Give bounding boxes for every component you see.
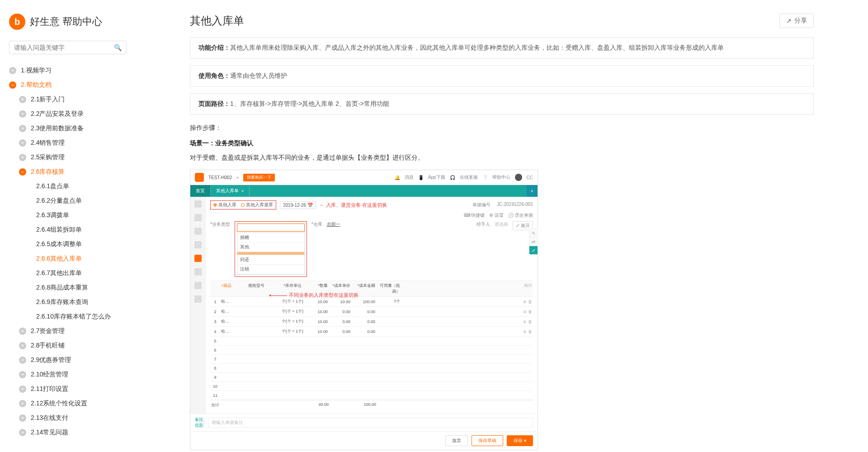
search-box[interactable]: 🔍 <box>9 41 127 54</box>
nav-item[interactable]: +2.10经营管理 <box>9 367 127 382</box>
logo: b 好生意 帮助中心 <box>9 14 127 30</box>
sidebar: b 好生意 帮助中心 🔍 +1.视频学习 −2.帮助文档 +2.1新手入门 +2… <box>0 0 136 452</box>
menu-icon-active <box>194 255 202 262</box>
headset-icon: 🎧 <box>450 175 455 180</box>
dd-option: 注销 <box>237 265 304 274</box>
scene1-para: 对于受赠、盘盈或是拆装入库等不同的业务，是通过单据头【业务类型】进行区分。 <box>190 152 814 163</box>
tab-current: 其他入库单× <box>211 185 250 197</box>
share-button[interactable]: ↗ 分享 <box>779 14 814 28</box>
data-table: +商品 规格型号 *库存单位 *数量 *成本单价 *成本金额 可用量（批调） 操… <box>210 281 533 410</box>
dropdown-input <box>237 224 305 232</box>
bell-icon: 🔔 <box>395 175 400 180</box>
table-row: 3哈…个(个 + 1个)10.000.000.00⊕ 🗑 <box>210 317 533 327</box>
nav-item[interactable]: +2.14常见问题 <box>9 425 127 440</box>
nav-item[interactable]: +2.8手机旺铺 <box>9 338 127 353</box>
tool-icon: ✎ <box>529 228 538 238</box>
plus-icon: + <box>19 154 26 161</box>
nav-item[interactable]: +2.13在线支付 <box>9 411 127 425</box>
draft-button: 保存草稿 <box>472 435 503 446</box>
minus-icon: − <box>19 168 26 176</box>
page-title: 其他入库单 <box>190 14 244 28</box>
search-input[interactable] <box>14 44 114 51</box>
dd-option: 捐赠 <box>237 233 304 243</box>
person-value: 请选择 <box>495 221 508 228</box>
plus-icon: + <box>9 67 16 74</box>
nav-item[interactable]: +2.11打印设置 <box>9 382 127 396</box>
minus-icon: − <box>9 81 16 89</box>
main-content: 其他入库单 ↗ 分享 功能介绍：其他入库单用来处理除采购入库、产成品入库之外的其… <box>136 0 841 452</box>
table-row: 4哈…个(个 + 1个)10.000.000.00⊕ 🗑 <box>210 327 533 337</box>
help-icon: ❔ <box>482 175 488 180</box>
menu-icon <box>194 282 202 289</box>
nav-item[interactable]: +1.视频学习 <box>9 63 127 78</box>
nav-item[interactable]: 2.6.1盘点单 <box>9 179 127 194</box>
nav-item[interactable]: 2.6.9库存账本查询 <box>9 295 127 309</box>
annotation-2: 不同业务的入库类型在这里切换 <box>269 292 359 299</box>
nav-item[interactable]: 2.6.8商品成本重算 <box>9 281 127 295</box>
info-box-role: 使用角色：通常由仓管人员维护 <box>190 65 814 87</box>
nav-item[interactable]: 2.6.5成本调整单 <box>9 237 127 252</box>
nav-item[interactable]: −2.帮助文档 <box>9 78 127 92</box>
nav-item[interactable]: +2.7资金管理 <box>9 324 127 338</box>
menu-icon <box>194 200 202 208</box>
plus-icon: + <box>19 400 26 407</box>
nav-item[interactable]: +2.9优惠券管理 <box>9 353 127 367</box>
close-all-icon: × <box>527 185 538 197</box>
search-icon[interactable]: 🔍 <box>114 44 122 51</box>
nav-item[interactable]: +2.4销售管理 <box>9 136 127 150</box>
nav-item[interactable]: 2.6.2分量盘点单 <box>9 194 127 208</box>
remark-input: 请输入单据备注 <box>208 418 533 428</box>
app-logo-icon <box>195 173 204 182</box>
save-button: 保存 ▾ <box>507 435 533 446</box>
info-box-path: 页面路径：1、库存核算->库存管理->其他入库单 2、首页->常用功能 <box>190 93 814 115</box>
date-field: 2019-12-26 📅 <box>280 201 316 209</box>
tenant-label: TEST-H002 <box>208 175 232 180</box>
nav-item[interactable]: +2.5采购管理 <box>9 150 127 165</box>
plus-icon: + <box>19 385 26 393</box>
dd-option-selected <box>237 252 304 255</box>
top-toolbar: 🔔消息 📱App下载 🎧在线客服 ❔帮助中心 CC <box>395 174 533 181</box>
person-label: 经手人 <box>476 221 490 228</box>
nav-item[interactable]: +2.2产品安装及登录 <box>9 107 127 121</box>
nav-item-current[interactable]: 2.6.6其他入库单 <box>9 252 127 266</box>
plus-icon: + <box>19 429 26 436</box>
menu-icon <box>194 268 202 276</box>
warehouse-value: 总部一 <box>327 221 340 228</box>
chevron-down-icon: ▾ <box>236 175 239 180</box>
nav-item[interactable]: 2.6.10库存账本错了怎么办 <box>9 309 127 324</box>
nav-item[interactable]: +2.3使用前数据准备 <box>9 121 127 136</box>
steps-label: 操作步骤： <box>190 124 814 132</box>
annotation-1: ← 入库、退货业务 在这里切换 <box>320 202 387 209</box>
dd-option: 归还 <box>237 255 304 265</box>
serial-label: 单据编号 <box>472 202 491 208</box>
nav-item[interactable]: −2.6库存核算 <box>9 165 127 179</box>
radio-return: 其他入库退库 <box>241 202 273 208</box>
nav-item[interactable]: 2.6.7其他出库单 <box>9 266 127 281</box>
plus-icon: + <box>19 357 26 364</box>
nav-item[interactable]: +2.1新手入门 <box>9 92 127 107</box>
remark-icon: 备注信息 <box>195 418 205 428</box>
table-row: 2哈…个(个 + 1个)10.000.000.00⊕ 🗑 <box>210 307 533 317</box>
logo-text: 好生意 帮助中心 <box>30 15 102 29</box>
tool-settings: ⚙ 设置 <box>489 212 504 219</box>
nav-item[interactable]: 2.6.3调拨单 <box>9 208 127 223</box>
biztype-label: *业务类型 <box>210 221 230 228</box>
buy-pill: 我要购买一下 <box>243 174 275 181</box>
nav-item[interactable]: +2.12系统个性化设置 <box>9 396 127 411</box>
menu-icon <box>194 228 202 235</box>
plus-icon: + <box>19 139 26 147</box>
plus-icon: + <box>19 125 26 132</box>
discard-button: 放弃 <box>445 435 468 446</box>
tool-shortcut: ⌨ 快捷键 <box>464 212 485 219</box>
serial-value: JC-20191226-001 <box>497 202 533 208</box>
share-icon: ↗ <box>786 17 792 24</box>
table-row: 1哈…个(个 + 1个)10.0010.00100.007个⊕ 🗑 <box>210 297 533 307</box>
menu-icon <box>194 214 202 221</box>
menu-icon <box>194 295 202 303</box>
plus-icon: + <box>19 414 26 422</box>
plus-icon: + <box>19 328 26 335</box>
tool-icon: ⤢ <box>529 246 538 255</box>
nav-item[interactable]: 2.6.4组装拆卸单 <box>9 223 127 237</box>
logo-icon: b <box>9 14 25 30</box>
avatar-icon <box>515 174 522 181</box>
